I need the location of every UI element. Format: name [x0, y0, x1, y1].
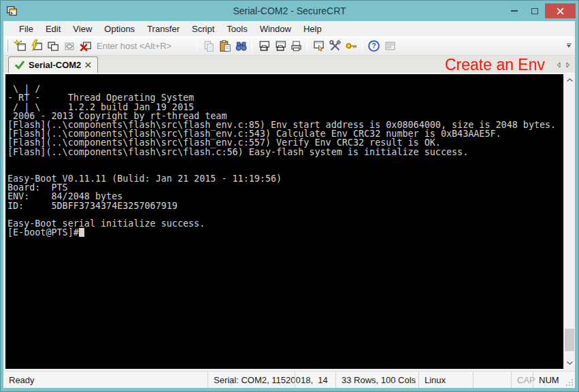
- menu-view[interactable]: View: [67, 22, 98, 35]
- securecrt-window: Serial-COM2 - SecureCRT File Edit View O…: [0, 0, 579, 392]
- scroll-down-icon: [567, 361, 573, 365]
- toolbar: ?: [3, 36, 575, 56]
- terminal-line: Easy-Boot V0.11.11 (Bulid: Jan 21 2015 -…: [7, 174, 563, 183]
- menu-window[interactable]: Window: [254, 22, 297, 35]
- vertical-scrollbar[interactable]: [563, 74, 575, 369]
- window-controls: [504, 3, 576, 18]
- annotation-create-an-env: Create an Env: [445, 56, 545, 74]
- tab-close-button[interactable]: [85, 62, 91, 68]
- connect-icon: [14, 39, 27, 52]
- reconnect-icon: [63, 39, 76, 52]
- toolbar-separator: [362, 39, 363, 52]
- menu-help[interactable]: Help: [297, 22, 328, 35]
- connect-bar-button[interactable]: [382, 38, 398, 53]
- terminal-line: / | \ 1.2.2 build Jan 19 2015: [7, 103, 563, 112]
- toolbar-separator: [307, 39, 308, 52]
- close-icon: [557, 7, 564, 15]
- raw-log-icon: [274, 39, 286, 52]
- window-body: File Edit View Options Transfer Script T…: [3, 21, 575, 388]
- terminal-line: ID: 5DBFF3734374E3257067919: [7, 201, 563, 210]
- status-num-lock: NUM: [533, 372, 559, 388]
- terminal-line: - RT - Thread Operating System: [7, 93, 563, 102]
- scrollbar-thumb[interactable]: [565, 329, 574, 351]
- menu-script[interactable]: Script: [186, 22, 220, 35]
- paste-button[interactable]: [216, 38, 233, 53]
- svg-text:?: ?: [371, 42, 376, 50]
- connect-in-tab-button[interactable]: [44, 38, 61, 53]
- menu-file[interactable]: File: [13, 22, 39, 35]
- terminal-cursor: [79, 228, 84, 237]
- disconnect-icon: [79, 39, 92, 52]
- tab-label: Serial-COM2: [29, 60, 81, 70]
- quick-connect-button[interactable]: [28, 38, 44, 53]
- properties-icon: [312, 39, 325, 52]
- paste-icon: [218, 39, 231, 52]
- connect-in-tab-icon: [46, 39, 59, 52]
- generate-key-button[interactable]: [343, 38, 359, 53]
- status-emulation: Linux: [418, 372, 473, 388]
- session-options-button[interactable]: [327, 38, 343, 53]
- tab-bar: Serial-COM2 Create an Env: [3, 56, 575, 74]
- maximize-button[interactable]: [525, 3, 545, 18]
- copy-icon: [202, 39, 215, 52]
- status-serial: Serial: COM2, 115200: [208, 372, 295, 388]
- host-input[interactable]: [93, 39, 194, 52]
- menu-tools[interactable]: Tools: [220, 22, 253, 35]
- status-caps-lock: CAP: [511, 372, 533, 388]
- connect-button[interactable]: [12, 38, 28, 53]
- tab-serial-com2[interactable]: Serial-COM2: [8, 56, 98, 73]
- tab-scroll-right-icon[interactable]: [566, 62, 570, 68]
- status-cursor-position: 18, 14: [295, 372, 335, 388]
- scroll-up-icon: [567, 78, 573, 82]
- status-grid-size: 33 Rows, 100 Cols: [335, 372, 418, 388]
- terminal-line: [7, 76, 563, 84]
- terminal-screen[interactable]: \ | / - RT - Thread Operating System / |…: [5, 74, 563, 369]
- resize-grip-icon: [565, 378, 574, 387]
- toolbar-overflow-button[interactable]: [565, 44, 573, 48]
- print-button[interactable]: [288, 38, 304, 53]
- terminal-line: [Flash](..\components\flash\src\flash_en…: [7, 138, 563, 147]
- toolbar-separator: [252, 39, 252, 52]
- status-spacer: [473, 372, 511, 388]
- find-button[interactable]: [233, 38, 249, 53]
- title-bar[interactable]: Serial-COM2 - SecureCRT: [1, 1, 578, 21]
- properties-button[interactable]: [310, 38, 327, 53]
- help-button[interactable]: ?: [365, 38, 382, 53]
- toolbar-overflow-icon: [567, 44, 572, 44]
- copy-button[interactable]: [200, 38, 216, 53]
- minimize-button[interactable]: [504, 3, 525, 18]
- log-session-icon: [257, 39, 270, 52]
- log-session-button[interactable]: [255, 38, 271, 53]
- status-bar: Ready Serial: COM2, 115200 18, 14 33 Row…: [3, 371, 575, 388]
- resize-grip[interactable]: [559, 372, 575, 388]
- window-title: Serial-COM2 - SecureCRT: [1, 5, 578, 16]
- tab-close-icon: [85, 62, 91, 68]
- scroll-up-button[interactable]: [564, 74, 575, 86]
- find-icon: [235, 39, 248, 52]
- menu-bar: File Edit View Options Transfer Script T…: [3, 21, 575, 36]
- connect-bar-icon: [384, 39, 397, 52]
- toolbar-separator: [197, 39, 197, 52]
- terminal-line: [E-boot@PTS]#: [7, 228, 563, 237]
- status-ready: Ready: [3, 372, 208, 388]
- maximize-icon: [531, 8, 538, 14]
- menu-transfer[interactable]: Transfer: [141, 22, 186, 35]
- tab-scroll-left-icon[interactable]: [557, 62, 561, 68]
- menu-edit[interactable]: Edit: [39, 22, 67, 35]
- terminal-line: [7, 157, 563, 165]
- menu-options[interactable]: Options: [98, 22, 141, 35]
- raw-log-button[interactable]: [271, 38, 288, 53]
- terminal-line: [Flash](..\components\flash\src\flash.c:…: [7, 148, 563, 157]
- tab-scroll-arrows: [557, 62, 570, 68]
- toolbar-grip[interactable]: [6, 39, 8, 52]
- terminal-line: Easy-Boot serial initialize success.: [7, 219, 563, 228]
- session-options-icon: [329, 39, 342, 52]
- terminal-line: 2006 - 2013 Copyright by rt-thread team: [7, 112, 563, 120]
- close-button[interactable]: [545, 3, 576, 18]
- terminal-area: \ | / - RT - Thread Operating System / |…: [3, 74, 575, 371]
- reconnect-button[interactable]: [61, 38, 77, 53]
- minimize-icon: [511, 10, 518, 12]
- disconnect-button[interactable]: [77, 38, 93, 53]
- scroll-down-button[interactable]: [564, 357, 575, 369]
- terminal-line: ENV: 84/2048 bytes: [7, 192, 563, 201]
